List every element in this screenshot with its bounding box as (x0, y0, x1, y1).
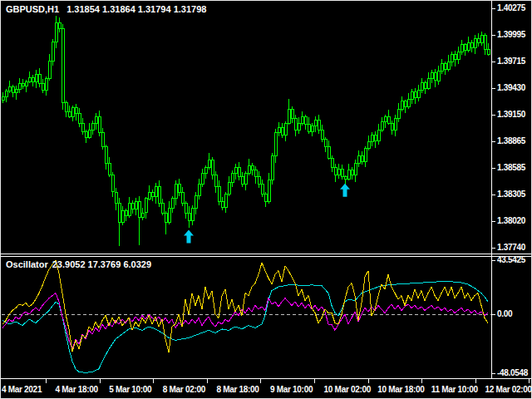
time-tick (475, 379, 476, 383)
time-label: 8 Mar 18:00 (216, 385, 259, 394)
buy-signal-arrow-icon (184, 229, 194, 243)
price-label: 1.39150 (497, 110, 525, 119)
time-tick (314, 379, 315, 383)
panel-splitter[interactable] (1, 254, 531, 254)
time-tick (368, 379, 369, 383)
ohlc-values: 1.31854 1.31864 1.31794 1.31798 (66, 4, 206, 14)
time-axis[interactable]: 4 Mar 20214 Mar 18:005 Mar 10:008 Mar 02… (0, 379, 532, 399)
chart-title: GBPUSD,H11.31854 1.31864 1.31794 1.31798 (6, 4, 206, 14)
time-tick (260, 379, 261, 383)
time-label: 9 Mar 10:00 (270, 385, 313, 394)
time-tick (153, 379, 154, 383)
time-label: 4 Mar 18:00 (56, 385, 98, 394)
time-label: 12 Mar 02:00 (485, 385, 531, 394)
time-tick (100, 379, 101, 383)
axis-separator-line (491, 1, 492, 378)
price-label: 1.38305 (497, 190, 525, 199)
oscillator-value-label: -48.0548 (497, 368, 528, 377)
time-label: 11 Mar 10:00 (431, 385, 478, 394)
price-label: 1.37740 (497, 243, 525, 252)
price-label: 1.40275 (497, 3, 525, 12)
chart-canvas[interactable] (0, 0, 532, 399)
time-label: 8 Mar 02:00 (163, 385, 205, 394)
candlesticks (2, 16, 490, 246)
time-tick (207, 379, 208, 383)
time-label: 10 Mar 18:00 (377, 385, 424, 394)
symbol-timeframe-label: GBPUSD,H1 (6, 4, 59, 14)
time-label: 5 Mar 10:00 (109, 385, 151, 394)
panel-splitter[interactable] (1, 256, 531, 257)
oscillator-value-label: 0.00 (497, 309, 512, 318)
time-label: 4 Mar 2021 (2, 385, 42, 394)
price-label: 1.39715 (497, 57, 525, 66)
time-label: 10 Mar 02:00 (324, 385, 371, 394)
buy-signal-arrow-icon (340, 184, 350, 197)
mt4-chart-window: GBPUSD,H11.31854 1.31864 1.31794 1.31798… (0, 0, 532, 399)
price-label: 1.39995 (497, 30, 525, 39)
time-tick (529, 379, 530, 383)
value-axis[interactable]: 1.402751.399951.397151.394301.391501.388… (491, 0, 532, 378)
oscillator-name: Oscillator (6, 259, 48, 269)
price-label: 1.39430 (497, 83, 525, 92)
oscillator-values: 23.9052 17.3769 6.0329 (52, 259, 151, 269)
price-label: 1.38585 (497, 163, 525, 172)
price-label: 1.38020 (497, 216, 525, 225)
time-tick (46, 379, 47, 383)
time-axis-separator-line (1, 378, 531, 379)
oscillator-title: Oscillator23.9052 17.3769 6.0329 (6, 259, 151, 269)
price-label: 1.38865 (497, 136, 525, 145)
time-tick (421, 379, 422, 383)
